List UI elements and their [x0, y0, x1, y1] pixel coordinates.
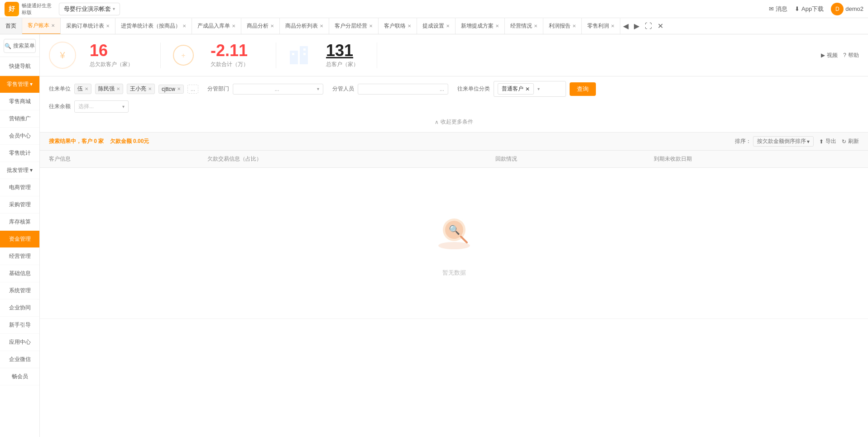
- search-menu-button[interactable]: 🔍 搜索菜单: [4, 39, 36, 53]
- sidebar-item-operations[interactable]: 经营管理: [0, 248, 39, 265]
- sidebar-item-wholesale[interactable]: 批发管理 ▾: [0, 162, 39, 179]
- svg-rect-4: [292, 53, 294, 55]
- tab-close-icon[interactable]: ✕: [369, 24, 373, 28]
- tag-close-icon[interactable]: ✕: [85, 86, 88, 91]
- username-label: demo2: [845, 5, 863, 12]
- result-bar: 搜索结果中，客户 0 家 欠款金额 0.00元 排序： 按欠款金额倒序排序 ▾: [40, 133, 868, 151]
- tag-close-icon[interactable]: ✕: [525, 86, 530, 92]
- stats-actions: ▶ 视频 ? 帮助: [821, 52, 859, 59]
- tab-add-commission[interactable]: 新增提成方案 ✕: [456, 18, 505, 34]
- tag-close-icon[interactable]: ✕: [177, 86, 181, 91]
- chevron-down-icon: ▾: [122, 104, 125, 109]
- tab-close-icon[interactable]: ✕: [106, 24, 110, 28]
- empty-state-row: 🔍 暂无数据: [40, 168, 868, 319]
- sidebar-item-system[interactable]: 系统管理: [0, 282, 39, 299]
- stats-icon-total: [285, 42, 312, 69]
- svg-text:🔍: 🔍: [448, 224, 460, 235]
- refresh-button[interactable]: ↻ 刷新: [842, 138, 859, 145]
- sidebar-item-basic-info[interactable]: 基础信息: [0, 265, 39, 282]
- sort-button[interactable]: 按欠款金额倒序排序 ▾: [753, 136, 814, 147]
- sidebar-item-enterprise-collab[interactable]: 企业协同: [0, 299, 39, 317]
- stat-debt-total: -2.11 欠款合计（万）: [206, 43, 276, 68]
- stats-icon-debt: +: [170, 42, 197, 69]
- tabs-next-button[interactable]: ▶: [631, 22, 642, 30]
- dept-select[interactable]: ... ▾: [233, 84, 323, 95]
- sidebar-item-retail-mall[interactable]: 零售商城: [0, 93, 39, 110]
- sidebar-item-ecommerce[interactable]: 电商管理: [0, 179, 39, 196]
- collapse-button[interactable]: ∧ 收起更多条件: [433, 116, 475, 128]
- logo: 好 畅捷通好生意 标版: [5, 2, 52, 16]
- stat-debt-customers: 16 总欠款客户（家）: [85, 43, 161, 68]
- chevron-down-icon: ▾: [30, 81, 33, 87]
- tab-close-icon[interactable]: ✕: [182, 24, 186, 28]
- tab-product-analysis-list[interactable]: 商品分析列表 ✕: [280, 18, 329, 34]
- tab-commission-settings[interactable]: 提成设置 ✕: [417, 18, 456, 34]
- stat-debt-total-number: -2.11: [211, 43, 249, 59]
- tab-close-icon[interactable]: ✕: [611, 24, 614, 28]
- sidebar-item-retail-management[interactable]: 零售管理 ▾: [0, 76, 39, 93]
- user-menu[interactable]: D demo2: [831, 3, 863, 15]
- tab-purchase-order[interactable]: 采购订单统计表 ✕: [61, 18, 115, 34]
- tabs-close-all-button[interactable]: ✕: [655, 22, 666, 30]
- tab-close-icon[interactable]: ✕: [446, 24, 450, 28]
- tab-close-icon[interactable]: ✕: [270, 24, 274, 28]
- tab-customer-account[interactable]: 客户账本 ✕: [22, 18, 61, 34]
- video-button[interactable]: ▶ 视频: [821, 52, 838, 59]
- sidebar-item-enterprise-wechat[interactable]: 企业微信: [0, 351, 39, 368]
- svg-line-11: [461, 237, 467, 242]
- account-selector[interactable]: 母婴行业演示帐套 ▾: [59, 3, 120, 15]
- tab-close-icon[interactable]: ✕: [408, 24, 411, 28]
- tab-close-icon[interactable]: ✕: [51, 23, 55, 28]
- unit-type-select[interactable]: 普通客户 ✕ ▾: [494, 81, 566, 97]
- sidebar-item-retail-stats[interactable]: 零售统计: [0, 145, 39, 162]
- filter-tag-1: 伍 ✕: [74, 84, 91, 94]
- sidebar-item-member[interactable]: 畅会员: [0, 368, 39, 385]
- help-button[interactable]: ? 帮助: [843, 52, 859, 59]
- tabs-maximize-button[interactable]: ⛶: [642, 22, 655, 30]
- tab-close-icon[interactable]: ✕: [534, 24, 537, 28]
- sidebar-item-marketing[interactable]: 营销推广: [0, 110, 39, 128]
- logo-text: 畅捷通好生意 标版: [22, 2, 52, 15]
- tab-profit-report[interactable]: 利润报告 ✕: [543, 18, 582, 34]
- tab-close-icon[interactable]: ✕: [232, 24, 235, 28]
- balance-label: 往来余额: [49, 103, 71, 110]
- svg-rect-2: [290, 51, 298, 64]
- tag-close-icon[interactable]: ✕: [116, 86, 120, 91]
- tab-customer-layering[interactable]: 客户分层经营 ✕: [329, 18, 379, 34]
- sidebar-item-finance[interactable]: 资金管理: [0, 231, 39, 248]
- balance-select[interactable]: 选择... ▾: [74, 100, 129, 113]
- avatar: D: [831, 3, 844, 15]
- empty-state: 🔍 暂无数据: [49, 173, 859, 313]
- tab-close-icon[interactable]: ✕: [320, 24, 323, 28]
- tab-close-icon[interactable]: ✕: [495, 24, 499, 28]
- tabs-prev-button[interactable]: ◀: [620, 22, 631, 30]
- sidebar-item-purchase[interactable]: 采购管理: [0, 196, 39, 214]
- unit-type-tag: 普通客户 ✕: [498, 83, 534, 95]
- table-area: 客户信息 欠款交易信息（占比） 回款情况 到期未收款日期: [40, 151, 868, 437]
- person-label: 分管人员: [332, 85, 354, 93]
- tab-customer-contact[interactable]: 客户联络 ✕: [379, 18, 417, 34]
- tab-operations[interactable]: 经营情况 ✕: [505, 18, 543, 34]
- sidebar-item-newcomer-guide[interactable]: 新手引导: [0, 317, 39, 334]
- empty-state-text: 暂无数据: [442, 269, 466, 277]
- tab-retail-profit[interactable]: 零售利润 ✕: [582, 18, 620, 34]
- query-button[interactable]: 查询: [570, 82, 596, 96]
- tab-inbound-stats[interactable]: 进货单统计表（按商品） ✕: [115, 18, 192, 34]
- tab-product-analysis[interactable]: 商品分析 ✕: [241, 18, 280, 34]
- sidebar-item-inventory[interactable]: 库存核算: [0, 214, 39, 231]
- filter-row-2: 往来余额 选择... ▾: [49, 100, 859, 113]
- export-button[interactable]: ⬆ 导出: [819, 138, 836, 145]
- sidebar-item-member-center[interactable]: 会员中心: [0, 128, 39, 145]
- sidebar-item-app-center[interactable]: 应用中心: [0, 334, 39, 351]
- tab-close-icon[interactable]: ✕: [572, 24, 576, 28]
- filter-more-button[interactable]: ...: [187, 85, 198, 94]
- tag-close-icon[interactable]: ✕: [148, 86, 152, 91]
- chevron-down-icon: ▾: [807, 138, 810, 145]
- tab-home[interactable]: 首页: [0, 18, 22, 34]
- app-download-button[interactable]: ⬇ App下载: [795, 5, 824, 13]
- stat-total-customers: 131 总客户（家）: [321, 43, 377, 68]
- person-select[interactable]: ...: [358, 84, 448, 95]
- quick-nav-section[interactable]: 快捷导航: [0, 57, 39, 76]
- tab-production-inbound[interactable]: 产成品入库单 ✕: [192, 18, 241, 34]
- message-button[interactable]: ✉ 消息: [769, 5, 787, 13]
